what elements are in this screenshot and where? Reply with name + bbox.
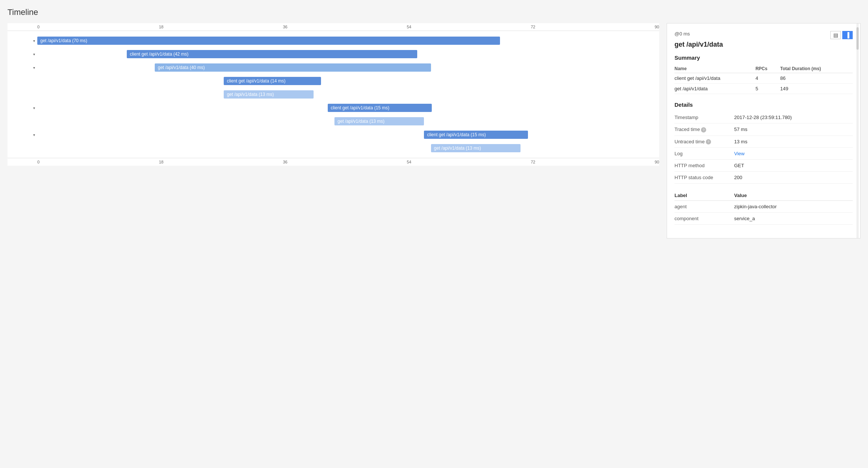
detail-rpc-title: get /api/v1/data bbox=[674, 41, 853, 49]
ruler-tick-18: 18 bbox=[159, 25, 163, 29]
timeline-row[interactable]: get /api/v1/data (13 ms) bbox=[7, 88, 659, 101]
timeline-panel: 0 18 36 54 72 90 ▾get /api/v1/data (70 m… bbox=[7, 23, 659, 166]
detail-label: Untraced time? bbox=[674, 135, 734, 148]
bar-area: get /api/v1/data (13 ms) bbox=[37, 115, 659, 128]
detail-row: Untraced time?13 ms bbox=[674, 135, 853, 148]
detail-value[interactable]: View bbox=[734, 148, 853, 160]
timeline-row[interactable]: get /api/v1/data (13 ms) bbox=[7, 141, 659, 155]
timeline-row[interactable]: get /api/v1/data (13 ms) bbox=[7, 115, 659, 128]
timeline-row[interactable]: ▾client get /api/v1/data (15 ms) bbox=[7, 101, 659, 115]
detail-link[interactable]: View bbox=[734, 151, 745, 156]
detail-row: Traced time?57 ms bbox=[674, 124, 853, 136]
details-section-title: Details bbox=[674, 102, 853, 108]
label-value: zipkin-java-collector bbox=[734, 201, 853, 213]
detail-value: 57 ms bbox=[734, 124, 853, 136]
timeline-row[interactable]: ▾client get /api/v1/data (15 ms) bbox=[7, 128, 659, 141]
ruler-bottom-tick-90: 90 bbox=[655, 160, 659, 164]
expand-icon[interactable]: ▾ bbox=[33, 106, 35, 110]
summary-row: client get /api/v1/data486 bbox=[674, 73, 853, 84]
summary-table: Name RPCs Total Duration (ms) client get… bbox=[674, 65, 853, 94]
main-layout: 0 18 36 54 72 90 ▾get /api/v1/data (70 m… bbox=[7, 23, 861, 238]
labels-col-label: Label bbox=[674, 190, 734, 201]
span-bar[interactable]: client get /api/v1/data (15 ms) bbox=[424, 131, 528, 139]
ruler-bottom-tick-54: 54 bbox=[407, 160, 411, 164]
detail-icons: ▤ ▐ bbox=[830, 31, 853, 39]
detail-timestamp: @0 ms bbox=[674, 31, 690, 37]
ruler-tick-72: 72 bbox=[531, 25, 535, 29]
detail-panel: @0 ms ▤ ▐ get /api/v1/data Summary Name … bbox=[667, 23, 861, 238]
detail-row: HTTP methodGET bbox=[674, 160, 853, 172]
page-title: Timeline bbox=[7, 7, 861, 17]
expand-icon[interactable]: ▾ bbox=[33, 52, 35, 56]
timeline-body: ▾get /api/v1/data (70 ms)▾client get /ap… bbox=[7, 31, 659, 158]
help-icon[interactable]: ? bbox=[706, 139, 711, 144]
span-bar[interactable]: get /api/v1/data (70 ms) bbox=[37, 37, 500, 45]
span-bar[interactable]: get /api/v1/data (13 ms) bbox=[224, 90, 313, 99]
summary-cell-duration: 86 bbox=[780, 73, 853, 84]
span-bar[interactable]: client get /api/v1/data (14 ms) bbox=[224, 77, 321, 85]
ruler-bottom-tick-0: 0 bbox=[37, 160, 40, 164]
labels-table: Label Value agentzipkin-java-collectorco… bbox=[674, 190, 853, 225]
detail-value: 13 ms bbox=[734, 135, 853, 148]
detail-label: HTTP method bbox=[674, 160, 734, 172]
summary-cell-rpcs: 4 bbox=[755, 73, 780, 84]
ruler-tick-36: 36 bbox=[283, 25, 287, 29]
detail-label: HTTP status code bbox=[674, 172, 734, 184]
summary-cell-name: client get /api/v1/data bbox=[674, 73, 755, 84]
detail-label: Log bbox=[674, 148, 734, 160]
span-bar[interactable]: get /api/v1/data (13 ms) bbox=[334, 117, 424, 125]
table-view-button[interactable]: ▤ bbox=[830, 31, 841, 39]
label-row: agentzipkin-java-collector bbox=[674, 201, 853, 213]
expand-icon[interactable]: ▾ bbox=[33, 133, 35, 137]
summary-row: get /api/v1/data5149 bbox=[674, 84, 853, 94]
label-key: component bbox=[674, 213, 734, 225]
bar-area: client get /api/v1/data (42 ms) bbox=[37, 47, 659, 61]
detail-row: LogView bbox=[674, 148, 853, 160]
summary-cell-name: get /api/v1/data bbox=[674, 84, 755, 94]
summary-col-name: Name bbox=[674, 65, 755, 73]
summary-cell-duration: 149 bbox=[780, 84, 853, 94]
detail-header: @0 ms ▤ ▐ bbox=[674, 31, 853, 39]
timeline-row[interactable]: ▾get /api/v1/data (40 ms) bbox=[7, 61, 659, 74]
detail-label: Traced time? bbox=[674, 124, 734, 136]
bar-area: client get /api/v1/data (14 ms) bbox=[37, 74, 659, 88]
expand-icon[interactable]: ▾ bbox=[33, 39, 35, 43]
ruler-bottom-tick-72: 72 bbox=[531, 160, 535, 164]
summary-cell-rpcs: 5 bbox=[755, 84, 780, 94]
scrollbar[interactable] bbox=[856, 24, 859, 238]
bar-area: client get /api/v1/data (15 ms) bbox=[37, 128, 659, 141]
detail-value: 200 bbox=[734, 172, 853, 184]
ruler-tick-0: 0 bbox=[37, 25, 40, 29]
label-value: service_a bbox=[734, 213, 853, 225]
labels-col-value: Value bbox=[734, 190, 853, 201]
span-bar[interactable]: get /api/v1/data (13 ms) bbox=[431, 144, 521, 152]
ruler-bottom-tick-36: 36 bbox=[283, 160, 287, 164]
panel-view-button[interactable]: ▐ bbox=[842, 31, 853, 39]
bar-area: get /api/v1/data (40 ms) bbox=[37, 61, 659, 74]
detail-label: Timestamp bbox=[674, 112, 734, 124]
label-row: componentservice_a bbox=[674, 213, 853, 225]
help-icon[interactable]: ? bbox=[701, 127, 706, 132]
scrollbar-thumb[interactable] bbox=[856, 27, 859, 50]
detail-row: HTTP status code200 bbox=[674, 172, 853, 184]
ruler-tick-54: 54 bbox=[407, 25, 411, 29]
bar-area: get /api/v1/data (13 ms) bbox=[37, 88, 659, 101]
detail-row: Timestamp2017-12-28 (23:59:11.780) bbox=[674, 112, 853, 124]
label-key: agent bbox=[674, 201, 734, 213]
bar-area: get /api/v1/data (70 ms) bbox=[37, 34, 659, 47]
detail-value: GET bbox=[734, 160, 853, 172]
ruler-tick-90: 90 bbox=[655, 25, 659, 29]
span-bar[interactable]: get /api/v1/data (40 ms) bbox=[155, 63, 431, 72]
expand-icon[interactable]: ▾ bbox=[33, 66, 35, 70]
timeline-row[interactable]: ▾client get /api/v1/data (42 ms) bbox=[7, 47, 659, 61]
summary-col-rpcs: RPCs bbox=[755, 65, 780, 73]
detail-value: 2017-12-28 (23:59:11.780) bbox=[734, 112, 853, 124]
span-bar[interactable]: client get /api/v1/data (15 ms) bbox=[328, 104, 432, 112]
timeline-row[interactable]: client get /api/v1/data (14 ms) bbox=[7, 74, 659, 88]
timeline-row[interactable]: ▾get /api/v1/data (70 ms) bbox=[7, 34, 659, 47]
timeline-ruler-top: 0 18 36 54 72 90 bbox=[7, 23, 659, 31]
span-bar[interactable]: client get /api/v1/data (42 ms) bbox=[127, 50, 417, 58]
bar-area: get /api/v1/data (13 ms) bbox=[37, 141, 659, 155]
ruler-bottom-tick-18: 18 bbox=[159, 160, 163, 164]
details-table: Timestamp2017-12-28 (23:59:11.780)Traced… bbox=[674, 112, 853, 184]
